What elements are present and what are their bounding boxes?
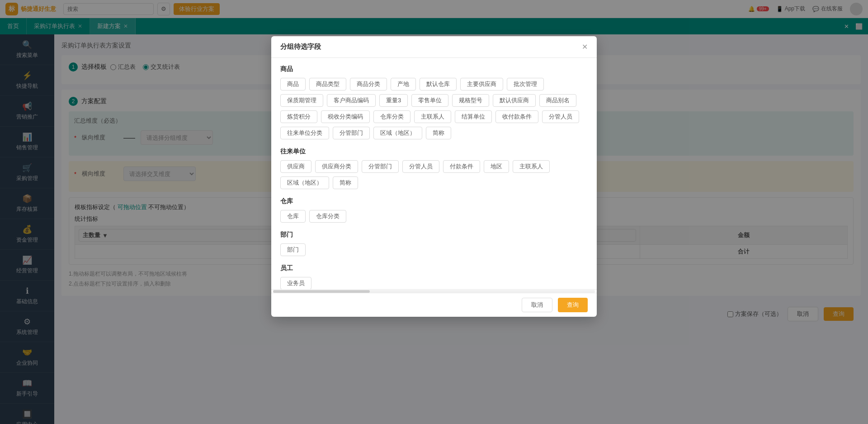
chip-pay-terms[interactable]: 付款条件 bbox=[443, 160, 480, 173]
chip-area[interactable]: 地区 bbox=[484, 160, 509, 173]
hscroll-track bbox=[273, 290, 595, 293]
product-chips: 商品 商品类型 商品分类 产地 默认仓库 主要供应商 批次管理 保质期管理 客户… bbox=[280, 78, 588, 139]
chip-warehouse-category[interactable]: 仓库分类 bbox=[373, 110, 410, 123]
warehouse-chips: 仓库 仓库分类 bbox=[280, 210, 588, 223]
chip-department[interactable]: 部门 bbox=[280, 243, 306, 256]
chip-partner-shortname[interactable]: 简称 bbox=[333, 176, 358, 189]
section-employee-title: 员工 bbox=[280, 264, 588, 272]
modal-dialog: 分组待选字段 ✕ 商品 商品 商品类型 商品分类 产地 默认仓库 主要供应商 批… bbox=[271, 36, 597, 317]
chip-salesperson[interactable]: 业务员 bbox=[280, 277, 311, 289]
modal-confirm-button[interactable]: 查询 bbox=[558, 298, 588, 312]
modal-hscrollbar[interactable] bbox=[271, 289, 597, 293]
section-employee: 员工 业务员 bbox=[280, 264, 588, 289]
section-warehouse: 仓库 仓库 仓库分类 bbox=[280, 197, 588, 223]
chip-partner-staff[interactable]: 分管人员 bbox=[402, 160, 439, 173]
chip-shelf-life[interactable]: 保质期管理 bbox=[280, 94, 323, 107]
chip-partner-region[interactable]: 区域（地区） bbox=[280, 176, 329, 189]
employee-chips: 业务员 bbox=[280, 277, 588, 289]
modal-cancel-button[interactable]: 取消 bbox=[522, 298, 552, 312]
dept-chips: 部门 bbox=[280, 243, 588, 256]
chip-warehouse[interactable]: 仓库 bbox=[280, 210, 306, 223]
chip-partner-contact[interactable]: 主联系人 bbox=[513, 160, 550, 173]
chip-tax-code[interactable]: 税收分类编码 bbox=[321, 110, 370, 123]
chip-settlement-unit[interactable]: 结算单位 bbox=[455, 110, 492, 123]
chip-refine-points[interactable]: 炼货积分 bbox=[280, 110, 317, 123]
chip-warehouse-type[interactable]: 仓库分类 bbox=[309, 210, 346, 223]
modal-close-button[interactable]: ✕ bbox=[582, 43, 588, 51]
chip-payment-terms[interactable]: 收付款条件 bbox=[495, 110, 538, 123]
chip-supplier[interactable]: 供应商 bbox=[280, 160, 311, 173]
chip-batch-mgmt[interactable]: 批次管理 bbox=[507, 78, 544, 91]
section-partner-title: 往来单位 bbox=[280, 148, 588, 156]
modal-body[interactable]: 商品 商品 商品类型 商品分类 产地 默认仓库 主要供应商 批次管理 保质期管理… bbox=[271, 58, 597, 289]
section-partner: 往来单位 供应商 供应商分类 分管部门 分管人员 付款条件 地区 主联系人 区域… bbox=[280, 148, 588, 189]
chip-product-type[interactable]: 商品类型 bbox=[309, 78, 346, 91]
hscroll-thumb bbox=[273, 290, 370, 293]
chip-main-supplier[interactable]: 主要供应商 bbox=[460, 78, 503, 91]
chip-short-name[interactable]: 简称 bbox=[426, 127, 451, 139]
section-department: 部门 部门 bbox=[280, 231, 588, 256]
chip-supplier-category[interactable]: 供应商分类 bbox=[315, 160, 358, 173]
chip-region-area[interactable]: 区域（地区） bbox=[373, 127, 422, 139]
modal-title: 分组待选字段 bbox=[280, 43, 321, 51]
chip-admin-staff[interactable]: 分管人员 bbox=[542, 110, 579, 123]
chip-origin[interactable]: 产地 bbox=[391, 78, 416, 91]
chip-partner-dept[interactable]: 分管部门 bbox=[362, 160, 399, 173]
section-product-title: 商品 bbox=[280, 65, 588, 73]
section-product: 商品 商品 商品类型 商品分类 产地 默认仓库 主要供应商 批次管理 保质期管理… bbox=[280, 65, 588, 139]
chip-retail-unit[interactable]: 零售单位 bbox=[411, 94, 448, 107]
chip-product[interactable]: 商品 bbox=[280, 78, 306, 91]
chip-default-warehouse[interactable]: 默认仓库 bbox=[420, 78, 457, 91]
modal-footer: 取消 查询 bbox=[271, 293, 597, 317]
chip-weight3[interactable]: 重量3 bbox=[379, 94, 408, 107]
partner-chips: 供应商 供应商分类 分管部门 分管人员 付款条件 地区 主联系人 区域（地区） … bbox=[280, 160, 588, 189]
modal-footer-btns: 取消 查询 bbox=[522, 298, 588, 312]
chip-dept[interactable]: 分管部门 bbox=[333, 127, 370, 139]
chip-product-category[interactable]: 商品分类 bbox=[350, 78, 387, 91]
chip-product-alias[interactable]: 商品别名 bbox=[539, 94, 576, 107]
chip-partner-category[interactable]: 往来单位分类 bbox=[280, 127, 329, 139]
chip-default-supplier[interactable]: 默认供应商 bbox=[493, 94, 536, 107]
chip-spec-model[interactable]: 规格型号 bbox=[452, 94, 489, 107]
modal-overlay: 分组待选字段 ✕ 商品 商品 商品类型 商品分类 产地 默认仓库 主要供应商 批… bbox=[0, 0, 868, 424]
section-warehouse-title: 仓库 bbox=[280, 197, 588, 205]
modal-header: 分组待选字段 ✕ bbox=[271, 36, 597, 58]
chip-customer-code[interactable]: 客户商品编码 bbox=[327, 94, 376, 107]
section-department-title: 部门 bbox=[280, 231, 588, 239]
chip-main-contact[interactable]: 主联系人 bbox=[414, 110, 451, 123]
